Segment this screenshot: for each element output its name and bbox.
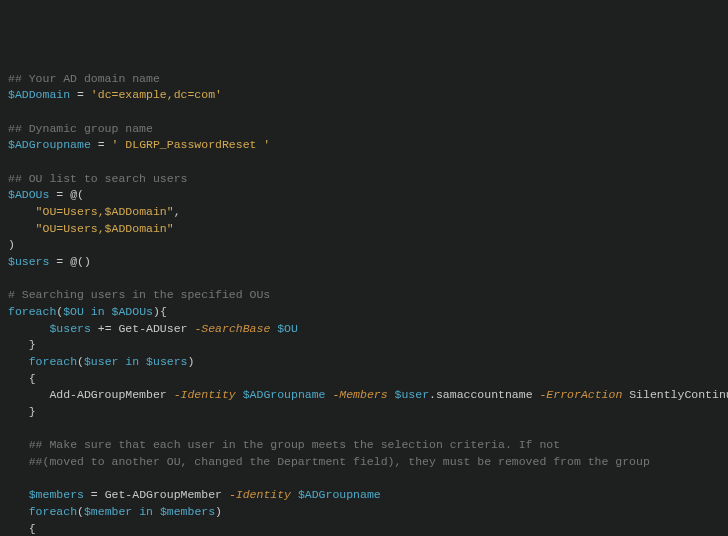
- token-cmt: ## OU list to search users: [8, 172, 187, 185]
- token-var: $ADDomain: [8, 88, 70, 101]
- token-txt: ): [215, 505, 222, 518]
- code-line: $members = Get-ADGroupMember -Identity $…: [8, 487, 720, 504]
- token-kw: in: [139, 505, 153, 518]
- token-cmt: ##(moved to another OU, changed the Depa…: [29, 455, 650, 468]
- code-line: foreach($OU in $ADOUs){: [8, 304, 720, 321]
- code-line: }: [8, 404, 720, 421]
- token-var: $users: [146, 355, 187, 368]
- token-par: -Members: [332, 388, 387, 401]
- token-var: $ADGroupname: [8, 138, 91, 151]
- token-txt: = @(): [49, 255, 90, 268]
- code-line: [8, 471, 720, 488]
- token-txt: [153, 505, 160, 518]
- token-txt: [8, 205, 36, 218]
- token-par: -SearchBase: [194, 322, 270, 335]
- code-line: [8, 104, 720, 121]
- token-txt: (: [77, 355, 84, 368]
- token-var: $members: [29, 488, 84, 501]
- code-line: [8, 154, 720, 171]
- token-txt: =: [70, 88, 91, 101]
- token-txt: }: [8, 338, 36, 351]
- token-txt: [236, 388, 243, 401]
- token-var: $ADOUs: [8, 188, 49, 201]
- code-line: $ADOUs = @(: [8, 187, 720, 204]
- token-var: $OU: [277, 322, 298, 335]
- token-var: $ADGroupname: [298, 488, 381, 501]
- token-txt: [8, 455, 29, 468]
- token-kw: foreach: [8, 305, 56, 318]
- code-line: foreach($member in $members): [8, 504, 720, 521]
- token-txt: [388, 388, 395, 401]
- code-line: "OU=Users,$ADDomain": [8, 221, 720, 238]
- code-line: [8, 421, 720, 438]
- code-line: $users = @(): [8, 254, 720, 271]
- code-line: ## OU list to search users: [8, 171, 720, 188]
- token-var: $users: [8, 255, 49, 268]
- token-txt: ,: [174, 205, 181, 218]
- token-cmt: ## Your AD domain name: [8, 72, 160, 85]
- token-kw: foreach: [29, 505, 77, 518]
- token-txt: {: [8, 372, 36, 385]
- code-line: $users += Get-ADUser -SearchBase $OU: [8, 321, 720, 338]
- token-txt: = Get-ADGroupMember: [84, 488, 229, 501]
- token-par: -Identity: [229, 488, 291, 501]
- token-var: $user: [395, 388, 430, 401]
- token-txt: ): [8, 238, 15, 251]
- token-txt: [8, 222, 36, 235]
- token-txt: [8, 322, 49, 335]
- code-line: # Searching users in the specified OUs: [8, 287, 720, 304]
- token-txt: [8, 488, 29, 501]
- token-str: "OU=Users,$ADDomain": [36, 222, 174, 235]
- code-line: ##(moved to another OU, changed the Depa…: [8, 454, 720, 471]
- token-txt: = @(: [49, 188, 84, 201]
- token-txt: Add-ADGroupMember: [8, 388, 174, 401]
- token-str: "OU=Users,$ADDomain": [36, 205, 174, 218]
- token-cmt: ## Dynamic group name: [8, 122, 153, 135]
- code-line: ## Make sure that each user in the group…: [8, 437, 720, 454]
- token-par: -Identity: [174, 388, 236, 401]
- code-line: $ADDomain = 'dc=example,dc=com': [8, 87, 720, 104]
- token-var: $user: [84, 355, 119, 368]
- code-line: }: [8, 337, 720, 354]
- token-txt: .samaccountname: [429, 388, 539, 401]
- token-txt: {: [8, 522, 36, 535]
- token-txt: =: [91, 138, 112, 151]
- token-par: -ErrorAction: [539, 388, 622, 401]
- code-line: "OU=Users,$ADDomain",: [8, 204, 720, 221]
- token-txt: += Get-ADUser: [91, 322, 195, 335]
- token-cmt: ## Make sure that each user in the group…: [29, 438, 560, 451]
- code-line: foreach($user in $users): [8, 354, 720, 371]
- token-txt: [8, 355, 29, 368]
- token-txt: (: [77, 505, 84, 518]
- code-line: {: [8, 521, 720, 536]
- token-var: $OU: [63, 305, 84, 318]
- token-cmt: # Searching users in the specified OUs: [8, 288, 270, 301]
- token-txt: }: [8, 405, 36, 418]
- token-str: ' DLGRP_PasswordReset ': [112, 138, 271, 151]
- token-var: $ADOUs: [112, 305, 153, 318]
- token-txt: ){: [153, 305, 167, 318]
- code-editor[interactable]: ## Your AD domain name$ADDomain = 'dc=ex…: [8, 71, 720, 536]
- token-txt: ): [188, 355, 195, 368]
- token-txt: [291, 488, 298, 501]
- code-line: $ADGroupname = ' DLGRP_PasswordReset ': [8, 137, 720, 154]
- code-line: ): [8, 237, 720, 254]
- token-txt: SilentlyContinue: [622, 388, 728, 401]
- token-var: $ADGroupname: [243, 388, 326, 401]
- code-line: Add-ADGroupMember -Identity $ADGroupname…: [8, 387, 720, 404]
- code-line: ## Your AD domain name: [8, 71, 720, 88]
- code-line: ## Dynamic group name: [8, 121, 720, 138]
- token-txt: [105, 305, 112, 318]
- token-kw: in: [125, 355, 139, 368]
- token-kw: foreach: [29, 355, 77, 368]
- code-line: [8, 271, 720, 288]
- token-txt: [8, 438, 29, 451]
- token-txt: [8, 505, 29, 518]
- token-var: $members: [160, 505, 215, 518]
- token-kw: in: [91, 305, 105, 318]
- token-var: $member: [84, 505, 132, 518]
- code-line: {: [8, 371, 720, 388]
- token-txt: [84, 305, 91, 318]
- token-var: $users: [49, 322, 90, 335]
- token-str: 'dc=example,dc=com': [91, 88, 222, 101]
